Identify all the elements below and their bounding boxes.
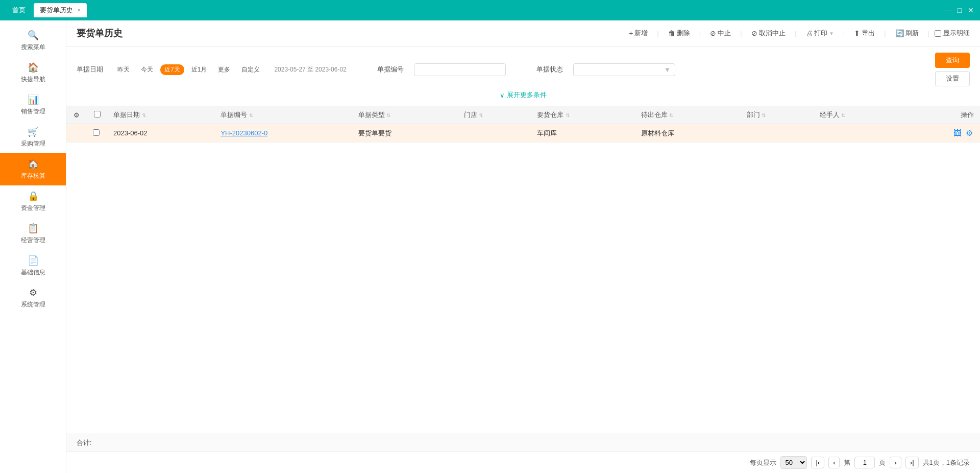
total-label: 合计: — [77, 439, 92, 446]
status-filter-label: 单据状态 — [536, 65, 563, 74]
col-settings[interactable]: ⚙ — [66, 106, 87, 124]
per-page-label: 每页显示 — [750, 458, 776, 467]
col-dept[interactable]: 部门 ⇅ — [741, 106, 814, 124]
col-handler[interactable]: 经手人 ⇅ — [814, 106, 902, 124]
row-req-warehouse: 车间库 — [531, 124, 635, 143]
status-select[interactable]: ▼ — [573, 63, 675, 76]
delete-button[interactable]: 🗑 删除 — [664, 27, 694, 40]
row-select-checkbox[interactable] — [93, 129, 100, 136]
chart-icon: 📊 — [28, 94, 39, 105]
col-doc-type[interactable]: 单据类型 ⇅ — [352, 106, 458, 124]
doc-icon: 📄 — [28, 255, 39, 266]
sidebar-label-sales-mgmt: 销售管理 — [21, 107, 45, 116]
sidebar-label-search-menu: 搜索菜单 — [21, 43, 45, 52]
sidebar-label-basic-info: 基础信息 — [21, 268, 45, 277]
shortcut-last7days[interactable]: 近7天 — [160, 64, 184, 75]
date-filter-label: 单据日期 — [77, 65, 103, 74]
expand-more-btn[interactable]: ∨ 展开更多条件 — [500, 90, 547, 100]
sidebar-item-operations-mgmt[interactable]: 📋 经营管理 — [0, 218, 66, 250]
table-area: ⚙ 单据日期 ⇅ 单据编号 ⇅ — [66, 106, 980, 473]
sidebar-item-search-menu[interactable]: 🔍 搜索菜单 — [0, 25, 66, 57]
date-shortcuts: 昨天 今天 近7天 近1月 更多 自定义 — [113, 64, 264, 75]
gear-icon: ⚙ — [29, 287, 37, 298]
view-op-icon[interactable]: 🖼 — [953, 129, 962, 137]
add-icon: + — [629, 29, 633, 37]
row-settings-icon — [66, 124, 87, 143]
settings-button[interactable]: 设置 — [935, 71, 970, 86]
cart-icon: 🛒 — [28, 126, 39, 137]
tab-requisition-history[interactable]: 要货单历史 × — [34, 3, 87, 17]
refresh-icon: 🔄 — [895, 29, 904, 37]
col-store[interactable]: 门店 ⇅ — [458, 106, 531, 124]
shortcut-custom[interactable]: 自定义 — [237, 64, 264, 75]
minimize-icon[interactable]: — — [944, 6, 951, 14]
home-icon: 🏠 — [28, 62, 39, 73]
col-pending-warehouse[interactable]: 待出仓库 ⇅ — [635, 106, 741, 124]
display-detail-toggle[interactable]: 显示明细 — [935, 29, 970, 38]
maximize-icon[interactable]: □ — [958, 6, 962, 14]
shortcut-more[interactable]: 更多 — [214, 64, 234, 75]
row-date: 2023-06-02 — [107, 124, 214, 143]
last-page-button[interactable]: ›| — [905, 457, 919, 468]
col-operation: 操作 — [902, 106, 980, 124]
content-area: 要货单历史 + 新增 | 🗑 删除 | ⊘ 中止 | ⊘ — [66, 20, 980, 473]
suspend-button[interactable]: ⊘ 中止 — [706, 27, 735, 40]
table-row: 2023-06-02 YH-20230602-0 要货单要货 车间库 原材料仓库 — [66, 124, 980, 143]
col-doc-no[interactable]: 单据编号 ⇅ — [214, 106, 352, 124]
select-all-checkbox[interactable] — [94, 111, 101, 117]
table-header-row: ⚙ 单据日期 ⇅ 单据编号 ⇅ — [66, 106, 980, 124]
prev-page-button[interactable]: ‹ — [828, 457, 840, 468]
operations-icon: 📋 — [28, 223, 39, 234]
close-window-icon[interactable]: ✕ — [968, 6, 974, 14]
close-tab-icon[interactable]: × — [77, 7, 81, 14]
per-page-select[interactable]: 50 100 200 — [780, 456, 807, 469]
sidebar-label-operations-mgmt: 经营管理 — [21, 236, 45, 245]
sidebar-item-purchase-mgmt[interactable]: 🛒 采购管理 — [0, 121, 66, 153]
sidebar-item-system-mgmt[interactable]: ⚙ 系统管理 — [0, 282, 66, 314]
sidebar-item-inventory-calc[interactable]: 🏠 库存核算 — [0, 153, 66, 185]
shortcut-yesterday[interactable]: 昨天 — [113, 64, 134, 75]
pagination: 每页显示 50 100 200 |‹ ‹ 第 页 › ›| 共1页，1条记录 — [66, 452, 980, 473]
cancel-suspend-icon: ⊘ — [751, 29, 757, 37]
cancel-suspend-button[interactable]: ⊘ 取消中止 — [747, 27, 790, 40]
row-doc-no[interactable]: YH-20230602-0 — [214, 124, 352, 143]
doc-no-link[interactable]: YH-20230602-0 — [220, 129, 267, 137]
header-actions: + 新增 | 🗑 删除 | ⊘ 中止 | ⊘ 取消中止 | — [625, 27, 970, 40]
main-layout: 🔍 搜索菜单 🏠 快捷导航 📊 销售管理 🛒 采购管理 🏠 库存核算 🔒 资金管… — [0, 20, 980, 473]
page-title: 要货单历史 — [77, 27, 122, 39]
shortcut-today[interactable]: 今天 — [137, 64, 157, 75]
more-op-icon[interactable]: ⚙ — [966, 129, 973, 137]
main-table: ⚙ 单据日期 ⇅ 单据编号 ⇅ — [66, 106, 980, 143]
sort-doctype-icon: ⇅ — [386, 112, 390, 118]
doc-no-filter-label: 单据编号 — [377, 65, 404, 74]
next-page-button[interactable]: › — [890, 457, 901, 468]
suspend-icon: ⊘ — [710, 29, 716, 37]
sidebar: 🔍 搜索菜单 🏠 快捷导航 📊 销售管理 🛒 采购管理 🏠 库存核算 🔒 资金管… — [0, 20, 66, 473]
row-handler — [814, 124, 902, 143]
refresh-button[interactable]: 🔄 刷新 — [891, 27, 923, 40]
tab-home[interactable]: 首页 — [6, 3, 32, 17]
first-page-button[interactable]: |‹ — [811, 457, 824, 468]
warehouse-icon: 🏠 — [28, 158, 39, 170]
row-dept — [741, 124, 814, 143]
col-req-warehouse[interactable]: 要货仓库 ⇅ — [531, 106, 635, 124]
window-controls: — □ ✕ — [944, 6, 974, 14]
total-row: 合计: — [66, 434, 980, 452]
sidebar-item-basic-info[interactable]: 📄 基础信息 — [0, 250, 66, 282]
export-icon: ⬆ — [854, 29, 860, 37]
query-button[interactable]: 查询 — [935, 53, 970, 68]
sidebar-item-sales-mgmt[interactable]: 📊 销售管理 — [0, 89, 66, 121]
shortcut-last1month[interactable]: 近1月 — [187, 64, 211, 75]
page-input[interactable] — [854, 457, 875, 468]
doc-no-input[interactable] — [414, 63, 506, 76]
export-button[interactable]: ⬆ 导出 — [850, 27, 879, 40]
sidebar-item-quick-nav[interactable]: 🏠 快捷导航 — [0, 57, 66, 89]
col-date[interactable]: 单据日期 ⇅ — [107, 106, 214, 124]
sidebar-item-finance-mgmt[interactable]: 🔒 资金管理 — [0, 185, 66, 218]
table-container: ⚙ 单据日期 ⇅ 单据编号 ⇅ — [66, 106, 980, 434]
page-header: 要货单历史 + 新增 | 🗑 删除 | ⊘ 中止 | ⊘ — [66, 20, 980, 46]
add-button[interactable]: + 新增 — [625, 27, 652, 40]
page-unit-label: 页 — [879, 458, 886, 467]
display-detail-checkbox[interactable] — [935, 30, 941, 37]
print-button[interactable]: 🖨 打印 ▼ — [801, 27, 838, 40]
